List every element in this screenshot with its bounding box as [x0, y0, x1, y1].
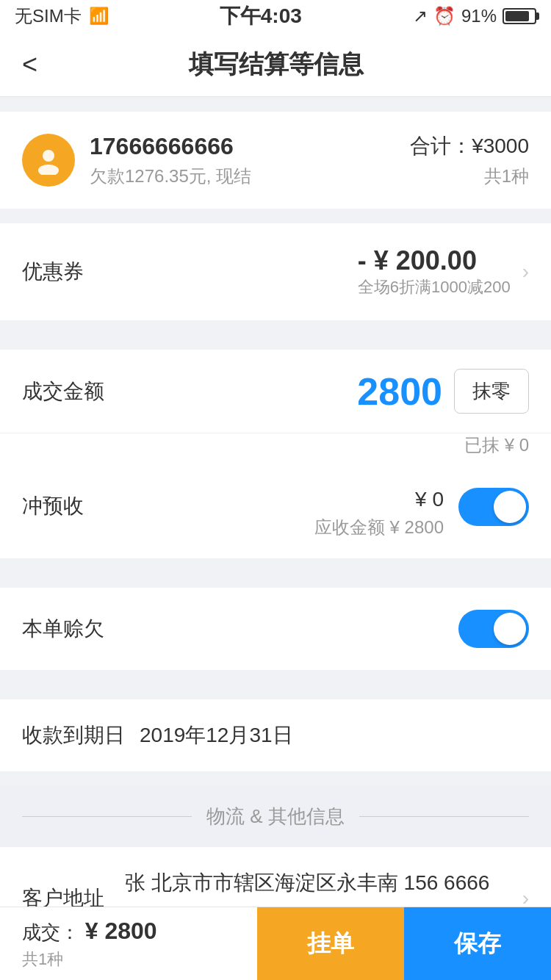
prepay-row: 冲预收 ¥ 0 应收金额 ¥ 2800: [0, 469, 551, 558]
already-rounded: 已抹 ¥ 0: [0, 433, 551, 469]
order-count: 共1种: [410, 165, 529, 188]
divider-line-right: [359, 816, 529, 817]
svg-point-1: [38, 165, 59, 175]
deal-amount-value-area: 2800: [125, 370, 442, 414]
location-icon: ↗: [413, 6, 428, 26]
credit-row: 本单赊欠: [0, 588, 551, 670]
logistics-label: 物流 & 其他信息: [206, 804, 345, 829]
prepay-amount: ¥ 0: [314, 488, 444, 511]
coupon-section: 优惠券 - ¥ 200.00 全场6折满1000减200 ›: [0, 223, 551, 320]
coupon-value: - ¥ 200.00: [358, 245, 511, 276]
coupon-sub: 全场6折满1000减200: [358, 276, 511, 298]
logistics-divider: 物流 & 其他信息: [0, 786, 551, 847]
customer-info: 17666666666 欠款1276.35元, 现结: [90, 133, 251, 188]
coupon-row[interactable]: 优惠券 - ¥ 200.00 全场6折满1000减200 ›: [0, 223, 551, 320]
due-date-value: 2019年12月31日: [140, 721, 293, 749]
save-button[interactable]: 保存: [404, 907, 551, 981]
bottom-deal-amount: ¥ 2800: [85, 918, 157, 944]
divider-1: [0, 209, 551, 223]
bottom-bar: 成交： ¥ 2800 共1种 挂单 保存: [0, 907, 551, 980]
nav-bar: < 填写结算等信息: [0, 32, 551, 97]
deal-amount-value: 2800: [357, 370, 442, 413]
divider-5: [0, 771, 551, 786]
bottom-summary: 成交： ¥ 2800 共1种: [0, 918, 257, 970]
battery-icon: [503, 8, 536, 24]
deal-amount-label: 成交金额: [22, 378, 125, 406]
avatar: [22, 134, 75, 187]
page-title: 填写结算等信息: [52, 48, 500, 82]
wifi-icon: 📶: [89, 7, 109, 26]
status-left: 无SIM卡 📶: [15, 4, 109, 28]
status-time: 下午4:03: [220, 2, 302, 30]
coupon-right: - ¥ 200.00 全场6折满1000减200 ›: [358, 245, 529, 298]
customer-right: 合计：¥3000 共1种: [410, 132, 529, 188]
customer-debt: 欠款1276.35元, 现结: [90, 165, 251, 188]
credit-section: 本单赊欠: [0, 588, 551, 670]
divider-4: [0, 685, 551, 699]
order-total: 合计：¥3000: [410, 132, 529, 160]
prepay-sub: 应收金额 ¥ 2800: [314, 516, 444, 539]
customer-phone: 17666666666: [90, 133, 251, 160]
coupon-label: 优惠券: [22, 258, 84, 286]
back-button[interactable]: <: [22, 49, 37, 80]
divider-2: [0, 335, 551, 350]
credit-toggle-knob: [494, 613, 526, 645]
bottom-prefix: 成交：: [22, 921, 79, 943]
prepay-toggle-knob: [494, 491, 526, 523]
divider-3: [0, 573, 551, 588]
prepay-right: ¥ 0 应收金额 ¥ 2800: [125, 488, 529, 539]
alarm-icon: ⏰: [433, 6, 455, 26]
due-date-section: 收款到期日 2019年12月31日: [0, 699, 551, 771]
status-bar: 无SIM卡 📶 下午4:03 ↗ ⏰ 91%: [0, 0, 551, 32]
prepay-values: ¥ 0 应收金额 ¥ 2800: [314, 488, 444, 539]
bottom-count: 共1种: [22, 948, 235, 970]
battery-text: 91%: [461, 6, 497, 26]
customer-left: 17666666666 欠款1276.35元, 现结: [22, 133, 251, 188]
bottom-amount-line: 成交： ¥ 2800: [22, 918, 235, 945]
carrier-text: 无SIM卡: [15, 4, 82, 28]
prepay-toggle[interactable]: [458, 488, 529, 526]
deal-amount-section: 成交金额 2800 抹零 已抹 ¥ 0 冲预收 ¥ 0 应收金额 ¥ 2800: [0, 350, 551, 558]
pending-button[interactable]: 挂单: [257, 907, 404, 981]
divider-line-left: [22, 816, 192, 817]
round-down-button[interactable]: 抹零: [454, 369, 529, 414]
due-date-label: 收款到期日: [22, 721, 125, 749]
prepay-label: 冲预收: [22, 488, 125, 520]
credit-toggle[interactable]: [458, 610, 529, 648]
deal-amount-row: 成交金额 2800 抹零: [0, 350, 551, 433]
customer-card: 17666666666 欠款1276.35元, 现结 合计：¥3000 共1种: [0, 112, 551, 209]
credit-label: 本单赊欠: [22, 615, 104, 643]
svg-point-0: [43, 150, 54, 162]
status-right: ↗ ⏰ 91%: [413, 6, 536, 26]
chevron-right-icon: ›: [522, 260, 529, 284]
